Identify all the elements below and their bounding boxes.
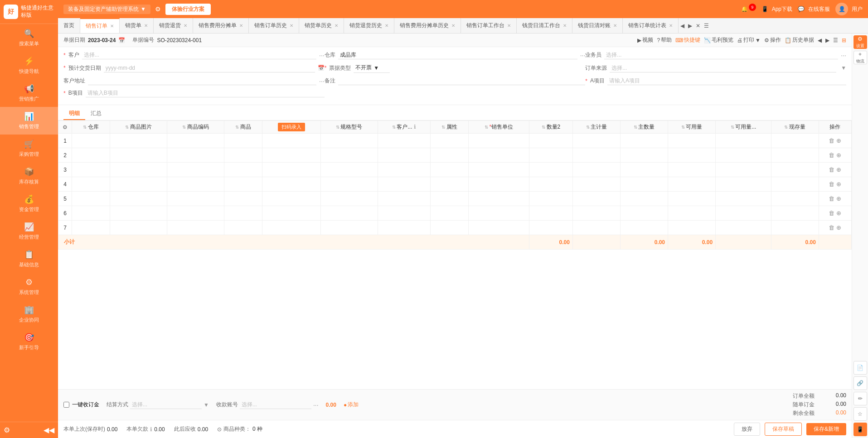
tab-close-reconcile[interactable]: ✕ xyxy=(613,23,617,28)
cell-unit-6[interactable] xyxy=(468,206,529,221)
delete-row-3[interactable]: 🗑 xyxy=(829,166,834,173)
tab-close-return-history[interactable]: ✕ xyxy=(385,23,388,28)
tab-close-order-history[interactable]: ✕ xyxy=(290,23,293,28)
staff-ellipsis[interactable]: ··· xyxy=(841,52,846,59)
delete-row-6[interactable]: 🗑 xyxy=(829,210,834,217)
online-service-link[interactable]: 💬 在线客服 xyxy=(798,5,830,13)
b-project-input[interactable] xyxy=(86,89,325,97)
cell-product-2[interactable] xyxy=(224,148,262,163)
scan-button[interactable]: 扫码录入 xyxy=(278,123,305,131)
cell-attr-1[interactable] xyxy=(430,134,468,148)
copy-row-3[interactable]: ⊕ xyxy=(836,166,841,173)
sidebar-item-quick-nav[interactable]: ⚡ 快捷导航 xyxy=(0,52,58,79)
cell-available-3[interactable] xyxy=(668,163,716,177)
warehouse-ellipsis[interactable]: ··· xyxy=(580,52,586,59)
cell-scan-4[interactable] xyxy=(262,177,320,192)
save-draft-button[interactable]: 保存草稿 xyxy=(765,423,802,436)
sidebar-item-purchase[interactable]: 🛒 采购管理 xyxy=(0,135,58,162)
sidebar-item-inventory[interactable]: 📦 库存核算 xyxy=(0,162,58,190)
cell-code-7[interactable] xyxy=(167,221,224,235)
sidebar-item-basic-info[interactable]: 📋 基础信息 xyxy=(0,245,58,273)
collapse-icon[interactable]: ◀◀ xyxy=(44,426,54,434)
cell-main-unit-4[interactable] xyxy=(572,177,620,192)
tab-close-sales-invoice[interactable]: ✕ xyxy=(144,23,148,28)
cell-main-qty-7[interactable] xyxy=(620,221,668,235)
tab-sales-order[interactable]: 销售订单 ✕ xyxy=(80,18,120,34)
cell-customer-code-7[interactable] xyxy=(378,221,430,235)
cell-spec-2[interactable] xyxy=(320,148,378,163)
cell-stock-7[interactable] xyxy=(771,221,819,235)
notification-area[interactable]: 🔔 9 xyxy=(741,6,756,12)
delete-row-5[interactable]: 🗑 xyxy=(829,195,834,202)
cell-available2-2[interactable] xyxy=(716,148,771,163)
payment-method-input[interactable] xyxy=(130,400,202,409)
sidebar-item-system[interactable]: ⚙ 系统管理 xyxy=(0,273,58,300)
system-title[interactable]: 装备及固定资产辅助管理系统 ▼ xyxy=(63,5,150,14)
sidebar-item-marketing[interactable]: 📢 营销推广 xyxy=(0,79,58,107)
tab-expense-history[interactable]: 销售费用分摊单历史 ✕ xyxy=(394,18,461,34)
cell-customer-code-3[interactable] xyxy=(378,163,430,177)
cell-product-3[interactable] xyxy=(224,163,262,177)
list-view[interactable]: ☰ xyxy=(833,37,838,43)
cell-code-6[interactable] xyxy=(167,206,224,221)
cell-unit-5[interactable] xyxy=(468,192,529,206)
cell-image-2[interactable] xyxy=(110,148,167,163)
copy-row-2[interactable]: ⊕ xyxy=(836,152,841,159)
cell-available-7[interactable] xyxy=(668,221,716,235)
cell-main-qty-4[interactable] xyxy=(620,177,668,192)
prev-record[interactable]: ◀ xyxy=(818,37,822,43)
cell-customer-code-6[interactable] xyxy=(378,206,430,221)
gear-icon[interactable]: ⚙ xyxy=(63,124,68,130)
customer-input[interactable] xyxy=(82,51,316,59)
cell-product-7[interactable] xyxy=(224,221,262,235)
save-new-button[interactable]: 保存&新增 xyxy=(806,423,846,435)
cell-image-5[interactable] xyxy=(110,192,167,206)
cell-spec-1[interactable] xyxy=(320,134,378,148)
cell-attr-7[interactable] xyxy=(430,221,468,235)
cell-available2-5[interactable] xyxy=(716,192,771,206)
cell-available-4[interactable] xyxy=(668,177,716,192)
cell-image-1[interactable] xyxy=(110,134,167,148)
tabs-close-all[interactable]: ✕ xyxy=(694,23,702,29)
cell-spec-3[interactable] xyxy=(320,163,378,177)
cell-attr-6[interactable] xyxy=(430,206,468,221)
receipt-account-ellipsis[interactable]: ··· xyxy=(313,401,319,409)
cell-attr-2[interactable] xyxy=(430,148,468,163)
cell-qty2-6[interactable] xyxy=(529,206,573,221)
tab-close-sales-return[interactable]: ✕ xyxy=(184,23,187,28)
cell-code-4[interactable] xyxy=(167,177,224,192)
table-tab-summary[interactable]: 汇总 xyxy=(85,108,107,120)
cell-available2-7[interactable] xyxy=(716,221,771,235)
cell-qty2-1[interactable] xyxy=(529,134,573,148)
copy-row-7[interactable]: ⊕ xyxy=(836,224,841,231)
cell-attr-3[interactable] xyxy=(430,163,468,177)
delivery-date-input[interactable] xyxy=(104,64,315,72)
a-project-input[interactable] xyxy=(607,77,846,85)
tabs-menu[interactable]: ☰ xyxy=(702,23,711,29)
tabs-nav-right[interactable]: ▶ xyxy=(686,23,694,29)
video-link[interactable]: ▶ 视频 xyxy=(637,36,653,44)
cell-customer-code-5[interactable] xyxy=(378,192,430,206)
user-area[interactable]: 👤 用户 xyxy=(835,3,863,15)
cell-code-5[interactable] xyxy=(167,192,224,206)
delete-row-7[interactable]: 🗑 xyxy=(829,224,834,231)
order-source-input[interactable] xyxy=(610,64,836,72)
right-panel-settings[interactable]: ⚙ 设置 xyxy=(853,35,867,49)
right-panel-btn-4[interactable]: ☆ xyxy=(853,407,867,421)
cell-main-unit-1[interactable] xyxy=(572,134,620,148)
cell-image-3[interactable] xyxy=(110,163,167,177)
cell-product-1[interactable] xyxy=(224,134,262,148)
cell-main-qty-3[interactable] xyxy=(620,163,668,177)
help-link[interactable]: ? 帮助 xyxy=(657,36,672,44)
cell-main-qty-5[interactable] xyxy=(620,192,668,206)
th-scan[interactable]: 扫码录入 xyxy=(262,121,320,134)
remarks-input[interactable] xyxy=(338,77,586,85)
cell-unit-3[interactable] xyxy=(468,163,529,177)
cell-warehouse-5[interactable] xyxy=(72,192,110,206)
customer-address-input[interactable] xyxy=(88,77,316,85)
tab-close-expense-split[interactable]: ✕ xyxy=(239,23,243,28)
cell-main-unit-7[interactable] xyxy=(572,221,620,235)
cell-qty2-5[interactable] xyxy=(529,192,573,206)
cell-qty2-3[interactable] xyxy=(529,163,573,177)
cell-code-3[interactable] xyxy=(167,163,224,177)
